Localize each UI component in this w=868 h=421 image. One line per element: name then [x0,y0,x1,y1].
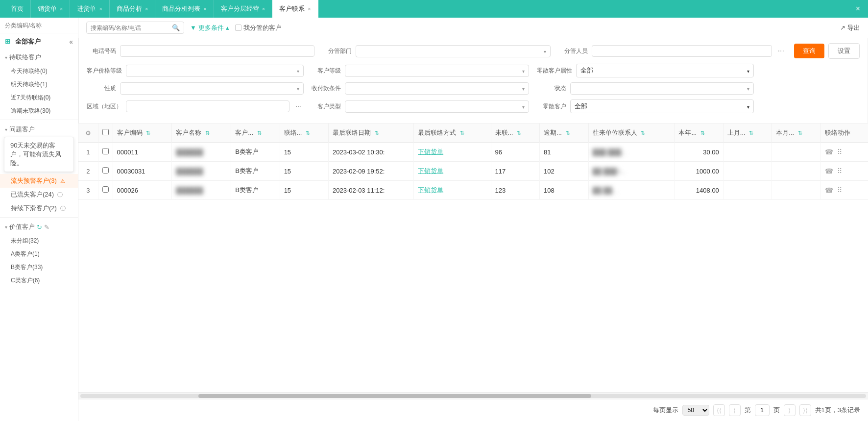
contact-sort-icon[interactable]: ⇅ [306,130,310,136]
current-page-input[interactable] [755,404,770,416]
row-checkbox[interactable] [102,186,109,193]
phone-input[interactable] [120,45,314,57]
tab-homepage[interactable]: 首页 [4,0,31,18]
sidebar-item-churn-warning[interactable]: 流失预警客户(3) ⚠ [0,174,78,188]
settings-gear-icon[interactable]: ⚙ [85,129,91,137]
more-action-icon[interactable]: ⠿ [837,186,842,194]
export-button[interactable]: ↗ 导出 [840,24,860,32]
filter-row-2: 客户价格等级 客户等级 零散客户属性 全部 [87,64,860,77]
cell-actions: ☎ ⠿ [820,181,868,200]
year-sort-icon[interactable]: ⇅ [700,130,705,136]
no-contact-sort-icon[interactable]: ⇅ [517,130,521,136]
settings-button[interactable]: 设置 [828,43,860,59]
more-conditions-button[interactable]: ▼ 更多条件 ▴ [190,24,229,32]
edit-icon[interactable]: ✎ [44,223,49,231]
overdue-sort-icon[interactable]: ⇅ [566,130,570,136]
next-page-button[interactable]: ⟩ [784,404,796,416]
contact-action-icon[interactable]: ☎ [825,148,833,156]
unit-sort-icon[interactable]: ⇅ [641,130,645,136]
gender-select[interactable] [120,82,304,95]
group-pending-contact-title[interactable]: ▾ 待联络客户 [0,50,78,65]
sidebar-item-overdue-contact[interactable]: 逾期未联络(30) [0,104,78,118]
manager-more-icon[interactable]: ··· [776,47,786,55]
last-page-button[interactable]: ⟩⟩ [799,404,811,416]
this-month-sort-icon[interactable]: ⇅ [798,130,802,136]
last-method-link[interactable]: 下销货单 [418,148,443,155]
tab-close-customer-tier[interactable]: × [262,6,265,12]
cell-last-date: 2023-03-02 10:30: [329,143,414,162]
row-checkbox[interactable] [102,148,109,154]
all-customers-header[interactable]: ⊞ 全部客户 « [0,33,78,50]
cell-name: ██████ [172,181,231,200]
tab-purchase-order[interactable]: 进货单 × [70,0,109,18]
last-method-link[interactable]: 下销货单 [418,186,443,194]
window-close-button[interactable]: × [852,4,864,13]
code-sort-icon[interactable]: ⇅ [146,130,150,136]
region-input[interactable] [126,100,289,112]
last-month-sort-icon[interactable]: ⇅ [749,130,753,136]
row-checkbox[interactable] [102,167,109,173]
contact-action-icon[interactable]: ☎ [825,186,833,194]
method-sort-icon[interactable]: ⇅ [460,130,464,136]
sidebar-collapse-button[interactable]: « [69,38,73,46]
sidebar-item-today-contact[interactable]: 今天待联络(0) [0,65,78,78]
scroll-thumb[interactable] [198,394,591,398]
sidebar-item-ungrouped[interactable]: 未分组(32) [0,234,78,248]
payment-select[interactable] [345,82,529,95]
name-sort-icon[interactable]: ⇅ [205,130,210,136]
sidebar-item-c-class[interactable]: C类客户(6) [0,274,78,287]
my-customers-checkbox-area[interactable]: 我分管的客户 [235,24,282,32]
tab-product-analysis-list[interactable]: 商品分析列表 × [155,0,214,18]
sidebar-item-7days-contact[interactable]: 近7天待联络(0) [0,91,78,104]
tab-sales-order[interactable]: 销货单 × [31,0,70,18]
my-customers-checkbox[interactable] [235,25,241,31]
price-level-select[interactable] [126,65,304,77]
select-all-checkbox[interactable] [102,129,109,135]
tab-customer-contact[interactable]: 客户联系 × [272,0,318,18]
tab-close-product-analysis-list[interactable]: × [203,6,206,12]
customer-type-select[interactable] [345,100,529,113]
th-actions: 联络动作 [820,124,868,143]
per-page-select[interactable]: 50 100 200 [682,405,709,416]
date-sort-icon[interactable]: ⇅ [375,130,379,136]
customer-level-select[interactable] [345,65,529,77]
search-input[interactable] [91,25,169,31]
refresh-icon[interactable]: ↻ [37,223,42,231]
sidebar-search-input[interactable] [5,22,78,29]
horizontal-scrollbar[interactable] [78,392,868,399]
group-value-title[interactable]: ▾ 价值客户 ↻ ✎ [0,220,78,234]
table-header-row: ⚙ 客户编码 ⇅ 客户名称 ⇅ [78,124,868,143]
region-more-icon[interactable]: ··· [293,102,304,111]
churn-tooltip: 90天未交易的客户，可能有流失风险。 [4,137,74,172]
table-container: ⚙ 客户编码 ⇅ 客户名称 ⇅ [78,124,868,392]
more-action-icon[interactable]: ⠿ [837,148,842,156]
sidebar-item-a-class[interactable]: A类客户(1) [0,248,78,261]
prev-page-button[interactable]: ⟨ [729,404,741,416]
tab-product-analysis[interactable]: 商品分析 × [110,0,155,18]
tab-close-customer-contact[interactable]: × [308,6,311,12]
group-problem-title[interactable]: ▾ 问题客户 [0,122,78,137]
tab-close-purchase-order[interactable]: × [99,6,102,12]
zero-customer-select[interactable]: 全部 [570,99,754,113]
contact-action-icon[interactable]: ☎ [825,167,833,175]
scroll-track[interactable] [80,394,866,398]
zero-attr-select[interactable]: 全部 [576,64,754,77]
division-select[interactable] [356,45,550,57]
type-sort-icon[interactable]: ⇅ [257,130,262,136]
search-submit-icon[interactable]: 🔍 [172,24,180,31]
sidebar-item-churned[interactable]: 已流失客户(24) ⓘ [0,188,78,201]
query-button[interactable]: 查询 [794,44,824,58]
manager-input[interactable] [592,45,772,57]
more-action-icon[interactable]: ⠿ [837,167,842,175]
status-select[interactable] [570,82,754,95]
tab-customer-tier[interactable]: 客户分层经营 × [214,0,272,18]
first-page-button[interactable]: ⟨⟨ [713,404,725,416]
filter-payment: 收付款条件 [312,82,529,95]
last-method-link[interactable]: 下销货单 [418,167,443,174]
sidebar-item-tomorrow-contact[interactable]: 明天待联络(1) [0,78,78,91]
tab-close-sales-order[interactable]: × [60,6,63,12]
sidebar-item-declining[interactable]: 持续下滑客户(2) ⓘ [0,201,78,215]
tab-close-product-analysis[interactable]: × [145,6,148,12]
sidebar-item-b-class[interactable]: B类客户(33) [0,261,78,274]
payment-label: 收付款条件 [312,84,341,93]
